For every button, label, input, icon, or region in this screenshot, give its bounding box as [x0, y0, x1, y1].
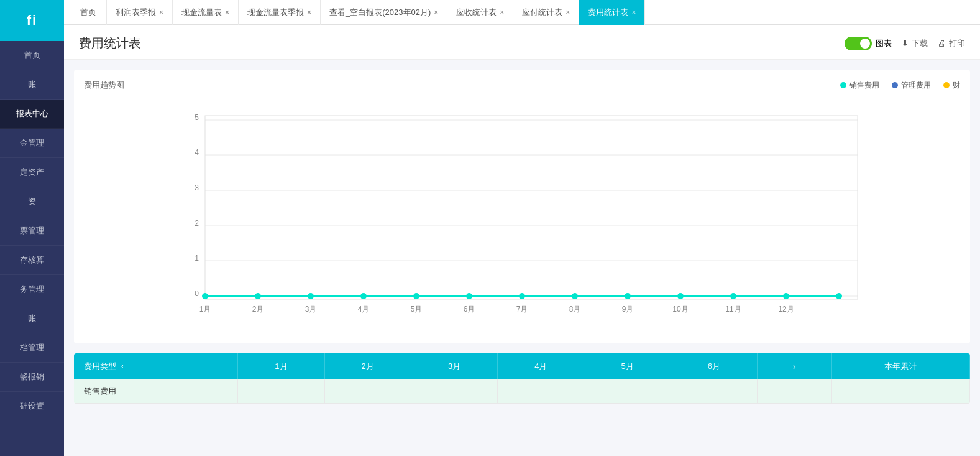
page-title: 费用统计表 [79, 35, 141, 52]
tab-close-cashflow[interactable]: × [225, 8, 229, 17]
sidebar-item-expense-write-off[interactable]: 畅报销 [0, 363, 64, 392]
col-m3: 3月 [411, 353, 497, 379]
next-month-button[interactable]: › [790, 361, 799, 371]
cell-m2-sales [324, 379, 411, 404]
cell-m3-sales [411, 379, 497, 404]
sidebar-item-home[interactable]: 首页 [0, 41, 64, 70]
svg-point-14 [255, 293, 261, 299]
tab-close-blank-report[interactable]: × [434, 8, 438, 17]
col-m1: 1月 [238, 353, 324, 379]
sidebar-logo: fi [0, 0, 64, 41]
chart-title: 费用趋势图 [84, 80, 124, 91]
sidebar-item-basic-settings[interactable]: 础设置 [0, 392, 64, 421]
cell-m6-sales [671, 379, 757, 404]
sidebar-item-investment[interactable]: 资 [0, 187, 64, 216]
print-button[interactable]: 🖨 打印 [938, 38, 965, 49]
col-m4: 4月 [498, 353, 584, 379]
cell-m5-sales [584, 379, 671, 404]
sidebar-item-fund[interactable]: 金管理 [0, 129, 64, 158]
chart-section: 费用趋势图 销售费用 管理费用 财 [74, 70, 970, 343]
svg-text:2: 2 [195, 219, 199, 228]
tab-close-profit-quarterly[interactable]: × [159, 8, 163, 17]
sidebar-item-ticket[interactable]: 票管理 [0, 216, 64, 246]
col-m6: 6月 [671, 353, 757, 379]
legend-label-finance: 财 [953, 80, 960, 91]
svg-point-13 [202, 293, 208, 299]
svg-text:6月: 6月 [464, 305, 475, 314]
svg-text:2月: 2月 [252, 305, 264, 314]
svg-text:5: 5 [195, 113, 199, 122]
chart-toggle[interactable] [845, 37, 872, 50]
sidebar-item-account[interactable]: 账 [0, 70, 64, 100]
svg-text:4: 4 [195, 148, 199, 157]
svg-text:8月: 8月 [569, 305, 581, 314]
svg-point-21 [625, 293, 631, 299]
page-header: 费用统计表 图表 ⬇ 下载 🖨 打印 [64, 25, 980, 60]
tab-payable-stat[interactable]: 应付统计表 × [513, 0, 579, 25]
svg-text:3月: 3月 [305, 305, 317, 314]
chart-legend: 销售费用 管理费用 财 [840, 80, 960, 91]
svg-point-18 [466, 293, 472, 299]
sidebar-item-fixed-assets[interactable]: 定资产 [0, 158, 64, 187]
tab-close-expense-stat[interactable]: × [631, 8, 636, 17]
svg-text:12月: 12月 [778, 305, 794, 314]
page-content: 费用统计表 图表 ⬇ 下载 🖨 打印 费用趋势图 [64, 25, 980, 456]
col-type: 费用类型 ‹ [74, 353, 238, 379]
legend-dot-sales [840, 82, 846, 88]
svg-text:11月: 11月 [725, 305, 741, 314]
sidebar-item-payable[interactable]: 账 [0, 304, 64, 333]
tab-bar: 首页 利润表季报 × 现金流量表 × 现金流量表季报 × 查看_空白报表(202… [64, 0, 980, 25]
svg-point-24 [783, 293, 789, 299]
legend-label-admin: 管理费用 [901, 80, 931, 91]
col-m5: 5月 [584, 353, 671, 379]
table-header-row: 费用类型 ‹ 1月 2月 3月 4月 5月 6月 › 本年累计 [74, 353, 970, 379]
download-button[interactable]: ⬇ 下载 [902, 38, 928, 49]
cell-next-sales [758, 379, 832, 404]
page-actions: 图表 ⬇ 下载 🖨 打印 [845, 37, 965, 50]
table-section: 费用类型 ‹ 1月 2月 3月 4月 5月 6月 › 本年累计 [74, 353, 970, 404]
chart-container: 0 1 2 3 4 5 [84, 97, 960, 333]
sidebar-item-file[interactable]: 档管理 [0, 333, 64, 363]
svg-text:7月: 7月 [516, 305, 528, 314]
legend-sales: 销售费用 [840, 80, 879, 91]
svg-text:1月: 1月 [199, 305, 211, 314]
prev-month-button[interactable]: ‹ [119, 361, 127, 371]
tab-blank-report[interactable]: 查看_空白报表(2023年02月) × [321, 0, 447, 25]
svg-point-23 [730, 293, 736, 299]
cell-type-sales: 销售费用 [74, 379, 238, 404]
tab-expense-stat[interactable]: 费用统计表 × [579, 0, 645, 25]
table-row-sales: 销售费用 [74, 379, 970, 404]
svg-point-17 [413, 293, 419, 299]
chart-toggle-group: 图表 [845, 37, 892, 50]
tab-close-payable-stat[interactable]: × [566, 8, 570, 17]
col-m2: 2月 [324, 353, 411, 379]
svg-text:10月: 10月 [672, 305, 688, 314]
tab-cashflow[interactable]: 现金流量表 × [173, 0, 239, 25]
svg-point-25 [836, 293, 842, 299]
sidebar-item-report-center[interactable]: 报表中心 [0, 100, 64, 129]
svg-point-19 [519, 293, 525, 299]
svg-point-20 [572, 293, 578, 299]
tab-profit-quarterly[interactable]: 利润表季报 × [107, 0, 173, 25]
svg-rect-12 [205, 116, 858, 299]
legend-finance: 财 [943, 80, 960, 91]
sidebar-item-inventory[interactable]: 存核算 [0, 246, 64, 275]
chart-header: 费用趋势图 销售费用 管理费用 财 [84, 80, 960, 91]
tab-receivable[interactable]: 应收统计表 × [447, 0, 513, 25]
tab-cashflow-quarterly[interactable]: 现金流量表季报 × [239, 0, 321, 25]
svg-text:4月: 4月 [358, 305, 370, 314]
sidebar-item-business[interactable]: 务管理 [0, 275, 64, 304]
tab-close-receivable[interactable]: × [500, 8, 504, 17]
sidebar: fi 首页 账 报表中心 金管理 定资产 资 票管理 存核算 务管理 账 档管理… [0, 0, 64, 456]
legend-dot-finance [943, 82, 950, 88]
cell-m1-sales [238, 379, 324, 404]
cell-m4-sales [498, 379, 584, 404]
tab-home[interactable]: 首页 [70, 0, 107, 25]
cell-ytd-sales [831, 379, 969, 404]
legend-admin: 管理费用 [892, 80, 931, 91]
svg-text:3: 3 [195, 184, 199, 192]
tab-close-cashflow-quarterly[interactable]: × [307, 8, 311, 17]
svg-text:9月: 9月 [622, 305, 634, 314]
chart-toggle-label: 图表 [876, 38, 892, 49]
svg-text:1: 1 [195, 254, 199, 263]
